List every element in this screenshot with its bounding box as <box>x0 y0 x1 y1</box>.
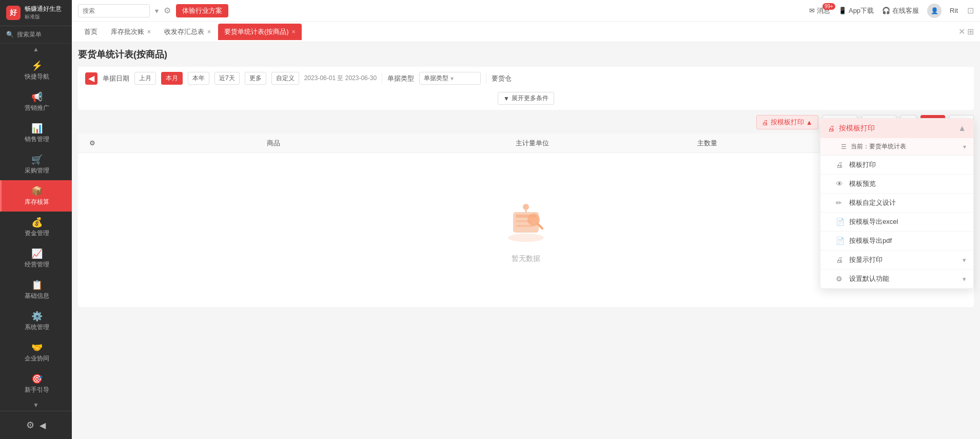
header-gear-btn[interactable]: ⚙ <box>164 6 171 15</box>
template-custom-label: 模板自定义设计 <box>849 198 896 207</box>
dropdown-item-export-excel[interactable]: 📄 按模板导出excel <box>820 213 973 232</box>
default-func-icon: ⚙ <box>836 275 844 283</box>
svg-point-0 <box>508 234 544 242</box>
tab-order-stats[interactable]: 要货单统计表(按商品) × <box>218 24 302 40</box>
system-label: 系统管理 <box>25 323 49 332</box>
dropdown-item-template-print[interactable]: 🖨 模板打印 <box>820 156 973 175</box>
basic-label: 基础信息 <box>25 292 49 300</box>
header-search-input[interactable] <box>78 4 150 17</box>
settings-bottom-icon[interactable]: ⚙ <box>26 419 34 431</box>
display-print-left: 🖨 按显示打印 <box>836 255 883 264</box>
default-func-arrow: ▾ <box>963 275 966 283</box>
dropdown-print-icon: 🖨 <box>828 124 835 132</box>
date-btn-custom[interactable]: 自定义 <box>271 72 299 85</box>
template-custom-icon: ✏ <box>836 199 844 207</box>
maximize-btn[interactable]: ⊡ <box>967 6 974 15</box>
dropdown-item-display-print[interactable]: 🖨 按显示打印 ▾ <box>820 251 973 270</box>
purchase-label: 采购管理 <box>25 166 49 175</box>
tab-order-stats-close[interactable]: × <box>292 24 296 40</box>
tab-fullscreen-icon[interactable]: ⊞ <box>967 27 974 36</box>
date-btn-this-year[interactable]: 本年 <box>188 72 209 85</box>
sidebar-item-quick-nav[interactable]: ⚡ 快捷导航 <box>0 55 72 86</box>
print-arrow: ▲ <box>806 119 813 126</box>
scroll-up-area: ▲ <box>0 44 72 55</box>
current-arrow: ▾ <box>963 143 966 150</box>
dropdown-current-left: ☰ 当前：要货单统计表 <box>841 142 906 151</box>
collab-label: 企业协同 <box>25 354 49 363</box>
avatar-placeholder: 👤 <box>931 7 938 14</box>
col-quantity: 主数量 <box>620 139 795 148</box>
dropdown-header: 🖨 按模板打印 ▲ <box>820 119 973 138</box>
settings-col-icon[interactable]: ⚙ <box>89 139 95 147</box>
expand-more-btn[interactable]: ▼ 展开更多条件 <box>498 92 554 105</box>
scroll-down-btn[interactable]: ▼ <box>32 400 40 410</box>
default-func-left: ⚙ 设置默认功能 <box>836 274 889 283</box>
collapse-icon[interactable]: ◀ <box>40 421 46 430</box>
col-product-label: 商品 <box>267 139 280 147</box>
order-category-label: 要货仓 <box>492 74 512 83</box>
sidebar-item-guide[interactable]: 🎯 新手引导 <box>0 368 72 399</box>
print-icon: 🖨 <box>762 119 769 126</box>
online-service-btn[interactable]: 🎧 在线客服 <box>882 6 919 15</box>
header-dropdown-btn[interactable]: ▾ <box>155 7 159 15</box>
header-right: ✉ 消息 99+ 📱 App下载 🎧 在线客服 👤 Rit <box>809 4 958 18</box>
tab-home[interactable]: 首页 <box>78 24 104 40</box>
date-range-display: 2023-06-01 至 2023-06-30 <box>304 74 377 83</box>
tab-receivable-close[interactable]: × <box>207 24 211 40</box>
tab-close-all-icon[interactable]: ✕ <box>958 27 965 36</box>
export-excel-label: 按模板导出excel <box>849 217 898 226</box>
print-label: 按模板打印 <box>771 118 804 127</box>
date-btn-7days[interactable]: 近7天 <box>214 72 240 85</box>
app-download-btn[interactable]: 📱 App下载 <box>838 6 874 15</box>
sidebar-search[interactable]: 🔍 搜索菜单 <box>0 26 72 44</box>
tab-inventory-batch-close[interactable]: × <box>147 24 151 40</box>
message-btn[interactable]: ✉ 消息 99+ <box>809 6 830 15</box>
current-label: 当前：要货单统计表 <box>851 142 906 151</box>
app-download-label: App下载 <box>849 6 874 15</box>
date-btn-this-month[interactable]: 本月 <box>161 72 183 85</box>
quick-nav-icon: ⚡ <box>31 60 43 71</box>
template-print-icon: 🖨 <box>836 161 844 169</box>
expand-more-row: ▼ 展开更多条件 <box>85 92 967 105</box>
main-area: ▾ ⚙ 体验行业方案 ✉ 消息 99+ 📱 App下载 🎧 在线客服 👤 Rit <box>72 0 980 439</box>
tab-inventory-batch[interactable]: 库存批次账 × <box>105 24 157 40</box>
dropdown-title: 按模板打印 <box>839 124 875 133</box>
sidebar-item-operation[interactable]: 📈 经营管理 <box>0 243 72 274</box>
sidebar-item-system[interactable]: ⚙️ 系统管理 <box>0 306 72 337</box>
user-name: Rit <box>950 7 958 14</box>
avatar[interactable]: 👤 <box>927 4 942 18</box>
order-type-select[interactable]: 单据类型 ▾ <box>419 72 481 85</box>
sidebar-item-sales[interactable]: 📊 销售管理 <box>0 118 72 149</box>
display-print-icon: 🖨 <box>836 256 844 264</box>
system-icon: ⚙️ <box>31 311 43 322</box>
sidebar-item-basic[interactable]: 📋 基础信息 <box>0 274 72 306</box>
date-btn-more[interactable]: 更多 <box>245 72 266 85</box>
sidebar-item-collab[interactable]: 🤝 企业协同 <box>0 337 72 368</box>
page-title: 要货单统计表(按商品) <box>78 48 974 61</box>
sidebar-item-finance[interactable]: 💰 资金管理 <box>0 212 72 243</box>
dropdown-item-export-pdf[interactable]: 📄 按模板导出pdf <box>820 232 973 251</box>
tab-receivable[interactable]: 收发存汇总表 × <box>158 24 217 40</box>
quick-nav-label: 快捷导航 <box>25 72 49 81</box>
sidebar-item-marketing[interactable]: 📢 营销推广 <box>0 86 72 118</box>
scroll-up-btn[interactable]: ▲ <box>32 45 40 54</box>
dropdown-item-template-preview[interactable]: 👁 模板预览 <box>820 175 973 194</box>
export-pdf-icon: 📄 <box>836 237 844 245</box>
dropdown-item-template-custom[interactable]: ✏ 模板自定义设计 <box>820 194 973 213</box>
print-template-btn[interactable]: 🖨 按模板打印 ▲ <box>756 115 818 129</box>
sidebar-bottom-row: ⚙ ◀ <box>0 415 72 435</box>
inventory-icon: 📦 <box>31 185 43 197</box>
top-header: ▾ ⚙ 体验行业方案 ✉ 消息 99+ 📱 App下载 🎧 在线客服 👤 Rit <box>72 0 980 22</box>
dropdown-item-default-func[interactable]: ⚙ 设置默认功能 ▾ <box>820 270 973 289</box>
date-btn-last-month[interactable]: 上月 <box>134 72 156 85</box>
dropdown-close-btn[interactable]: ▲ <box>958 124 966 133</box>
message-icon: ✉ <box>809 7 815 14</box>
finance-label: 资金管理 <box>25 229 49 238</box>
dropdown-current-item[interactable]: ☰ 当前：要货单统计表 ▾ <box>820 138 973 156</box>
current-icon: ☰ <box>841 143 847 150</box>
sidebar-item-inventory[interactable]: 📦 库存核算 <box>0 180 72 212</box>
filter-expand-btn[interactable]: ◀ <box>85 72 97 85</box>
sidebar-item-purchase[interactable]: 🛒 采购管理 <box>0 149 72 180</box>
industry-btn[interactable]: 体验行业方案 <box>176 4 228 17</box>
col-product: 商品 <box>103 139 444 148</box>
